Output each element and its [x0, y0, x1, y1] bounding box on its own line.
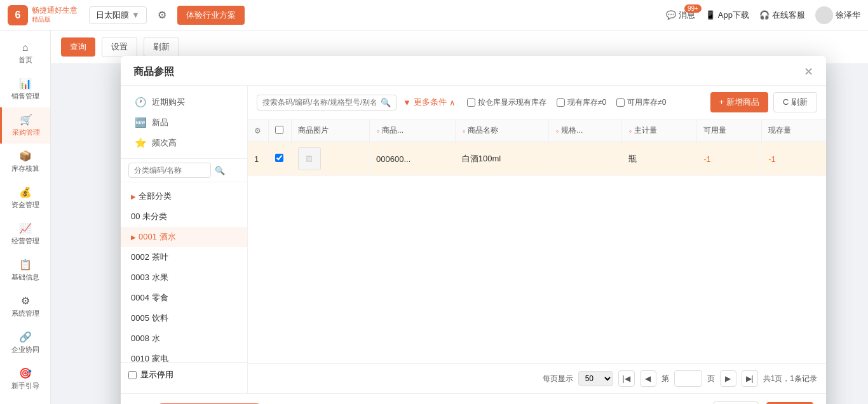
- category-item-0010[interactable]: 0010 家电: [121, 349, 247, 362]
- th-name-label: 商品名称: [468, 125, 498, 136]
- app-download-nav-item[interactable]: 📱 App下载: [705, 10, 749, 21]
- trial-button[interactable]: 体验行业方案: [177, 6, 245, 25]
- td-name: 白酒100ml: [455, 142, 549, 176]
- th-available-label: 可用量: [703, 126, 726, 135]
- th-name[interactable]: ⬦ 商品名称: [455, 119, 549, 142]
- cancel-button[interactable]: 取消: [713, 401, 759, 404]
- th-image: 商品图片: [291, 119, 370, 142]
- sidebar-item-label: 经营管理: [11, 236, 39, 246]
- settings-button[interactable]: ⚙: [152, 5, 172, 25]
- messages-nav-item[interactable]: 💬 消息 99+: [666, 10, 695, 21]
- filter-row: 🔍 ▼ 更多条件 ∧ 按仓库显示现有库存: [248, 86, 826, 119]
- category-label-0002: 0002 茶叶: [131, 252, 168, 262]
- sidebar-item-sales[interactable]: 📊 销售管理: [0, 71, 50, 107]
- table-row[interactable]: 1 🖼 000600...: [248, 142, 826, 176]
- image-icon: 🖼: [306, 155, 313, 163]
- background-query-button[interactable]: 查询: [61, 37, 95, 57]
- current-stock-checkbox[interactable]: [557, 98, 565, 107]
- total-info: 共1页，1条记录: [763, 374, 817, 384]
- th-gear[interactable]: ⚙: [248, 119, 268, 142]
- th-unit[interactable]: ⬦ 主计量: [622, 119, 697, 142]
- category-item-0004[interactable]: 0004 零食: [121, 288, 247, 308]
- nav-selector[interactable]: 日太阳膜 ▼: [89, 6, 147, 24]
- th-spec-label: 规格...: [561, 125, 583, 136]
- sidebar-item-operations[interactable]: 📈 经营管理: [0, 216, 50, 252]
- th-image-label: 商品图片: [298, 126, 329, 135]
- sidebar-item-label: 基础信息: [11, 273, 39, 282]
- quick-btn-recent[interactable]: 🕐 近期购买: [128, 92, 240, 112]
- available-stock-checkbox-label[interactable]: 可用库存≠0: [616, 97, 666, 108]
- row-checkbox[interactable]: [275, 154, 283, 162]
- category-item-uncategorized[interactable]: 00 未分类: [121, 206, 247, 227]
- background-refresh-button[interactable]: 刷新: [144, 37, 179, 57]
- next-page-button[interactable]: ▶: [720, 370, 736, 387]
- guide-icon: 🎯: [19, 367, 32, 379]
- category-item-0005[interactable]: 0005 饮料: [121, 308, 247, 328]
- category-item-0001[interactable]: ▶ 0001 酒水: [121, 227, 247, 247]
- sidebar-item-inventory[interactable]: 📦 库存核算: [0, 144, 50, 180]
- category-label-0005: 0005 饮料: [131, 313, 168, 323]
- warehouse-stock-checkbox-label[interactable]: 按仓库显示现有库存: [467, 97, 546, 108]
- sidebar: ⌂ 首页 📊 销售管理 🛒 采购管理 📦 库存核算 💰 资金管理 📈 经营管理 …: [0, 30, 51, 404]
- sidebar-item-label: 销售管理: [11, 91, 39, 101]
- td-checkbox[interactable]: [268, 142, 291, 176]
- quick-btn-new[interactable]: 🆕 新品: [128, 112, 240, 133]
- modal-close-button[interactable]: ✕: [804, 65, 813, 79]
- current-stock-label: 现有库存≠0: [567, 97, 606, 108]
- logo-text: 畅捷通好生意 精品版: [32, 6, 78, 24]
- right-panel: 🔍 ▼ 更多条件 ∧ 按仓库显示现有库存: [248, 86, 826, 393]
- page-suffix: 页: [707, 374, 715, 384]
- per-page-select[interactable]: 50 100 200: [578, 371, 613, 386]
- logo-icon: 6: [8, 5, 28, 25]
- category-item-0002[interactable]: 0002 茶叶: [121, 247, 247, 267]
- logo-line1: 畅捷通好生意: [32, 6, 78, 15]
- current-stock-checkbox-label[interactable]: 现有库存≠0: [557, 97, 606, 108]
- show-disabled-label: 显示停用: [140, 369, 173, 380]
- phone-icon: 📱: [705, 10, 715, 20]
- first-page-button[interactable]: |◀: [618, 370, 635, 387]
- background-settings-button[interactable]: 设置: [102, 37, 137, 57]
- sidebar-item-guide[interactable]: 🎯 新手引导: [0, 361, 50, 397]
- sidebar-item-home[interactable]: ⌂ 首页: [0, 36, 50, 71]
- warehouse-stock-checkbox[interactable]: [467, 98, 475, 107]
- product-search-box[interactable]: 🔍: [257, 95, 397, 111]
- category-search-input[interactable]: [128, 163, 211, 178]
- select-all-checkbox[interactable]: [275, 126, 283, 134]
- prev-page-button[interactable]: ◀: [640, 370, 656, 387]
- th-spec[interactable]: ⬦ 规格...: [549, 119, 622, 142]
- sidebar-item-basics[interactable]: 📋 基础信息: [0, 252, 50, 288]
- purchase-icon: 🛒: [20, 114, 32, 126]
- sidebar-item-system[interactable]: ⚙ 系统管理: [0, 288, 50, 325]
- app-download-label: App下载: [718, 10, 749, 21]
- refresh-button[interactable]: C 刷新: [773, 92, 817, 112]
- sort-icon-code: ⬦: [376, 127, 380, 134]
- user-nav-item[interactable]: 徐泽华: [815, 6, 860, 24]
- category-item-all[interactable]: ▶ 全部分类: [121, 186, 247, 206]
- arrow-icon-0001: ▶: [131, 234, 136, 241]
- more-conditions-button[interactable]: ▼ 更多条件 ∧: [403, 97, 456, 108]
- show-disabled-checkbox[interactable]: [128, 371, 137, 379]
- modal-body: 🕐 近期购买 🆕 新品 ⭐ 频次高: [121, 86, 826, 393]
- page-input[interactable]: 1: [674, 370, 702, 387]
- quick-btn-frequent[interactable]: ⭐ 频次高: [128, 133, 240, 153]
- modal-header: 商品参照 ✕: [121, 56, 826, 86]
- sidebar-item-enterprise[interactable]: 🔗 企业协同: [0, 325, 50, 361]
- add-product-button[interactable]: + 新增商品: [710, 92, 768, 112]
- left-panel: 🕐 近期购买 🆕 新品 ⭐ 频次高: [121, 86, 248, 393]
- last-page-button[interactable]: ▶|: [742, 370, 758, 387]
- sort-icon-unit: ⬦: [628, 127, 632, 134]
- category-item-0008[interactable]: 0008 水: [121, 328, 247, 349]
- quick-btns-area: 🕐 近期购买 🆕 新品 ⭐ 频次高: [121, 92, 247, 158]
- available-stock-checkbox[interactable]: [616, 98, 625, 107]
- quick-btn-recent-label: 近期购买: [152, 97, 185, 108]
- sidebar-item-apps[interactable]: 📱 应用中心: [0, 397, 50, 404]
- category-search-icon[interactable]: 🔍: [215, 166, 225, 175]
- sidebar-item-purchase[interactable]: 🛒 采购管理: [0, 107, 50, 144]
- th-code[interactable]: ⬦ 商品...: [370, 119, 456, 142]
- gear-icon[interactable]: ⚙: [254, 126, 261, 135]
- online-service-nav-item[interactable]: 🎧 在线客服: [759, 10, 805, 21]
- sidebar-item-finance[interactable]: 💰 资金管理: [0, 180, 50, 216]
- product-search-input[interactable]: [262, 98, 381, 107]
- category-item-0003[interactable]: 0003 水果: [121, 267, 247, 288]
- search-icon[interactable]: 🔍: [381, 98, 391, 107]
